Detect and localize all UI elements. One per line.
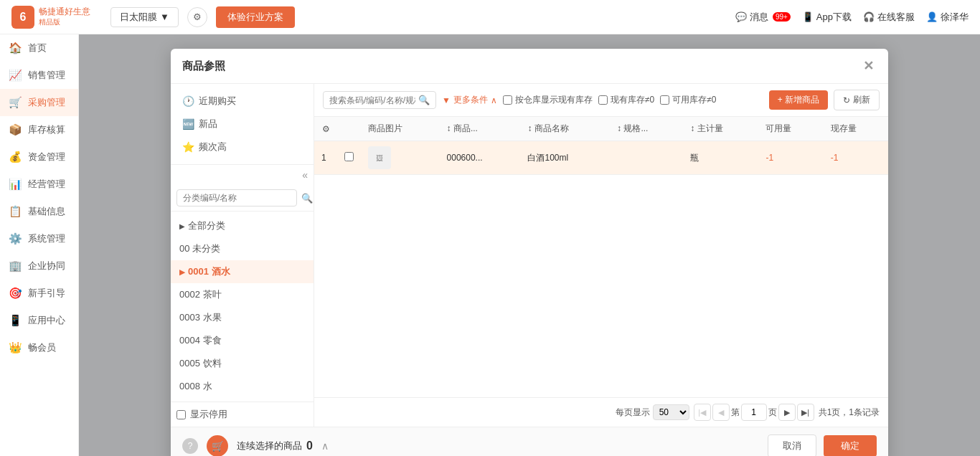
- more-filter-btn[interactable]: ▼ 更多条件 ∧: [442, 94, 497, 106]
- category-0004[interactable]: 0004 零食: [171, 329, 314, 352]
- footer-left-area: ? 🛒 连续选择的商品 0 ∧: [182, 435, 329, 456]
- sidebar-item-app-center[interactable]: 📱 应用中心: [0, 307, 78, 334]
- modal-close-button[interactable]: ✕: [859, 57, 877, 75]
- category-00[interactable]: 00 未分类: [171, 237, 314, 260]
- messages-btn[interactable]: 💬 消息 99+: [735, 11, 791, 24]
- page-size-dropdown[interactable]: 20 50 100: [653, 404, 689, 420]
- cell-image: 🖼: [361, 141, 440, 175]
- page-label: 第: [731, 407, 740, 419]
- experience-btn[interactable]: 体验行业方案: [216, 6, 295, 28]
- col-stock: 现存量: [824, 117, 888, 141]
- available-filter-group: 现有库存≠0: [598, 94, 654, 106]
- modal-overlay: 商品参照 ✕ 🕐 近期购买 🆕: [79, 34, 980, 456]
- refresh-icon: ↻: [843, 95, 850, 105]
- usable-ne0-checkbox[interactable]: [660, 95, 669, 105]
- product-search-input[interactable]: [329, 95, 415, 105]
- enterprise-icon: 🏢: [9, 260, 22, 272]
- col-check: [337, 117, 361, 141]
- footer-collapse-btn[interactable]: ∧: [321, 440, 329, 452]
- tab-new-products[interactable]: 🆕 新品: [176, 113, 308, 136]
- confirm-btn[interactable]: 确定: [824, 435, 877, 456]
- page-last-btn[interactable]: ▶|: [797, 404, 814, 421]
- refresh-btn[interactable]: ↻ 刷新: [834, 90, 880, 110]
- category-search-icon[interactable]: 🔍: [301, 193, 313, 204]
- headset-icon: 🎧: [863, 11, 875, 22]
- sidebar-item-system[interactable]: ⚙️ 系统管理: [0, 225, 78, 252]
- tab-recent-purchase[interactable]: 🕐 近期购买: [176, 90, 308, 113]
- sidebar-item-finance[interactable]: 💰 资金管理: [0, 143, 78, 171]
- nav-company-dropdown[interactable]: 日太阳膜 ▼: [110, 7, 179, 27]
- finance-icon: 💰: [9, 151, 22, 163]
- category-0001[interactable]: ▶ 0001 酒水: [171, 260, 314, 283]
- col-code[interactable]: ↕ 商品...: [440, 117, 521, 141]
- warehouse-filter-group: 按仓库显示现有库存: [503, 94, 593, 106]
- col-image: 商品图片: [361, 117, 440, 141]
- star-icon: ⭐: [182, 141, 194, 153]
- sidebar-item-guide[interactable]: 🎯 新手引导: [0, 280, 78, 307]
- purchase-icon: 🛒: [9, 96, 22, 109]
- page-nav: |◀ ◀ 第 页 ▶ ▶|: [694, 404, 814, 421]
- category-all[interactable]: ▶ 全部分类: [171, 214, 314, 237]
- member-icon: 👑: [9, 341, 22, 354]
- user-menu-btn[interactable]: 👤 徐泽华: [926, 11, 969, 24]
- cancel-btn[interactable]: 取消: [768, 434, 816, 456]
- sidebar-item-enterprise[interactable]: 🏢 企业协同: [0, 252, 78, 280]
- category-0003[interactable]: 0003 水果: [171, 306, 314, 329]
- sidebar-item-basic[interactable]: 📋 基础信息: [0, 198, 78, 225]
- settings-gear-icon[interactable]: ⚙: [187, 7, 207, 27]
- category-0002[interactable]: 0002 茶叶: [171, 283, 314, 306]
- product-thumbnail: 🖼: [368, 146, 391, 169]
- footer-right-area: 取消 确定: [768, 434, 877, 456]
- quick-filter-tabs: 🕐 近期购买 🆕 新品 ⭐ 频次高: [171, 84, 314, 165]
- expand-arrow-icon: ▶: [179, 222, 185, 230]
- mobile-icon: 📱: [802, 11, 814, 22]
- cart-icon[interactable]: 🛒: [207, 435, 228, 456]
- category-search-input[interactable]: [176, 189, 297, 206]
- col-spec[interactable]: ↕ 规格...: [610, 117, 683, 141]
- by-warehouse-label[interactable]: 按仓库显示现有库存: [515, 94, 593, 106]
- modal-title: 商品参照: [182, 60, 225, 73]
- operation-icon: 📊: [9, 178, 22, 191]
- col-name[interactable]: ↕ 商品名称: [520, 117, 610, 141]
- category-tree: ▶ 全部分类 00 未分类 ▶ 0001 酒水 0002 茶: [171, 212, 314, 402]
- table-row[interactable]: 1 🖼: [314, 141, 888, 175]
- logo-text: 畅捷通好生意: [39, 6, 90, 18]
- sidebar-item-operation[interactable]: 📊 经营管理: [0, 171, 78, 198]
- category-0008[interactable]: 0008 水: [171, 375, 314, 398]
- row-checkbox[interactable]: [344, 152, 354, 161]
- usable-ne0-label[interactable]: 可用库存≠0: [672, 94, 716, 106]
- by-warehouse-checkbox[interactable]: [503, 95, 512, 105]
- collapse-left-btn[interactable]: «: [302, 169, 308, 181]
- selected-info: 连续选择的商品 0: [237, 440, 313, 452]
- page-number-input[interactable]: [741, 404, 767, 421]
- search-icon[interactable]: 🔍: [418, 95, 430, 105]
- content-area: 商品参照 ✕ 🕐 近期购买 🆕: [79, 34, 980, 456]
- pagination-area: 每页显示 20 50 100 |◀ ◀ 第: [314, 397, 888, 427]
- page-next-btn[interactable]: ▶: [778, 404, 796, 421]
- add-product-btn[interactable]: + 新增商品: [769, 90, 828, 110]
- user-avatar-icon: 👤: [926, 11, 938, 22]
- sidebar-item-sales[interactable]: 📈 销售管理: [0, 62, 78, 89]
- available-ne0-checkbox[interactable]: [598, 95, 608, 105]
- available-ne0-label[interactable]: 现有库存≠0: [611, 94, 654, 106]
- filter-arrow-icon: ∧: [491, 95, 497, 105]
- sidebar-item-member[interactable]: 👑 畅会员: [0, 334, 78, 361]
- tab-frequent[interactable]: ⭐ 频次高: [176, 136, 308, 158]
- show-disabled-checkbox[interactable]: [176, 410, 186, 419]
- app-download-btn[interactable]: 📱 App下载: [802, 11, 852, 24]
- sidebar-item-inventory[interactable]: 📦 库存核算: [0, 116, 78, 143]
- page-first-btn[interactable]: |◀: [694, 404, 711, 421]
- col-unit[interactable]: ↕ 主计量: [683, 117, 758, 141]
- cell-checkbox[interactable]: [337, 141, 361, 175]
- online-service-btn[interactable]: 🎧 在线客服: [863, 11, 915, 24]
- sidebar-item-purchase[interactable]: 🛒 采购管理: [0, 89, 78, 116]
- help-icon[interactable]: ?: [182, 438, 198, 454]
- page-prev-btn[interactable]: ◀: [712, 404, 730, 421]
- usable-filter-group: 可用库存≠0: [660, 94, 716, 106]
- col-settings[interactable]: ⚙: [314, 117, 337, 141]
- sidebar-item-home[interactable]: 🏠 首页: [0, 34, 78, 62]
- show-disabled-label[interactable]: 显示停用: [190, 408, 227, 421]
- cell-available: -1: [758, 141, 823, 175]
- modal-toolbar: 🔍 ▼ 更多条件 ∧ 按仓库显示现有库存: [314, 84, 888, 117]
- category-0005[interactable]: 0005 饮料: [171, 352, 314, 375]
